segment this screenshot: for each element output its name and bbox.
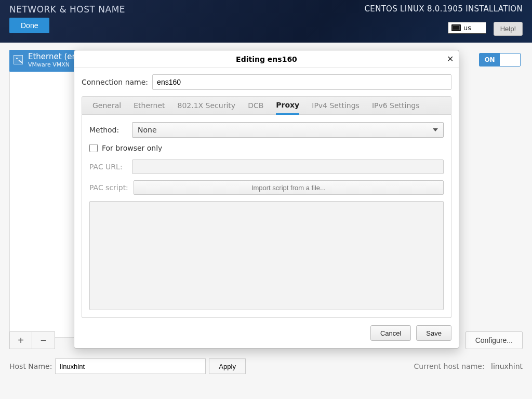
cancel-button[interactable]: Cancel xyxy=(370,325,411,341)
save-button[interactable]: Save xyxy=(416,325,451,341)
proxy-tab-panel: Method: None For browser only PAC URL: P… xyxy=(82,115,451,318)
tab-ethernet[interactable]: Ethernet xyxy=(134,97,165,114)
remove-device-button[interactable]: − xyxy=(32,331,55,349)
dialog-close-button[interactable]: ✕ xyxy=(447,54,454,64)
dialog-body: Connection name: General Ethernet 802.1X… xyxy=(74,68,459,348)
device-on-toggle[interactable]: ON xyxy=(479,53,521,66)
ethernet-icon xyxy=(14,55,23,64)
tab-ipv4[interactable]: IPv4 Settings xyxy=(312,97,360,114)
tab-general[interactable]: General xyxy=(92,97,121,114)
current-hostname-label: Current host name: xyxy=(414,362,484,370)
tab-dcb[interactable]: DCB xyxy=(248,97,263,114)
keyboard-icon xyxy=(451,24,461,31)
edit-connection-dialog: Editing ens160 ✕ Connection name: Genera… xyxy=(74,50,459,349)
configure-button[interactable]: Configure... xyxy=(466,331,523,349)
pac-url-row: PAC URL: xyxy=(89,159,444,174)
dialog-actions: Cancel Save xyxy=(82,325,451,341)
pac-url-label: PAC URL: xyxy=(89,163,127,171)
current-hostname-value: linuxhint xyxy=(491,362,523,370)
keyboard-indicator[interactable]: us xyxy=(448,22,486,34)
add-device-button[interactable]: + xyxy=(9,331,32,349)
connection-name-input[interactable] xyxy=(152,74,451,90)
current-hostname: Current host name: linuxhint xyxy=(414,362,523,370)
tab-ipv6[interactable]: IPv6 Settings xyxy=(372,97,420,114)
pac-script-label: PAC script: xyxy=(89,183,128,192)
tab-proxy[interactable]: Proxy xyxy=(276,97,299,115)
chevron-down-icon xyxy=(433,128,438,131)
pac-url-input xyxy=(132,159,444,174)
hostname-input[interactable] xyxy=(55,358,206,374)
hostname-row: Host Name: Apply Current host name: linu… xyxy=(9,358,523,374)
done-button[interactable]: Done xyxy=(9,18,49,33)
method-value: None xyxy=(138,126,157,134)
toggle-on-label: ON xyxy=(480,54,500,66)
add-remove-bar: + − xyxy=(9,331,55,349)
help-button[interactable]: Help! xyxy=(494,22,523,36)
browser-only-checkbox[interactable] xyxy=(89,144,98,152)
content-area: Ethernet (ens160) VMware VMXN ON + − Con… xyxy=(0,43,532,399)
connection-name-row: Connection name: xyxy=(82,74,451,90)
browser-only-label: For browser only xyxy=(102,144,162,152)
connection-name-label: Connection name: xyxy=(82,78,148,86)
toggle-off-half xyxy=(500,54,520,66)
pac-script-textarea xyxy=(89,201,444,310)
tab-8021x[interactable]: 802.1X Security xyxy=(178,97,236,114)
installer-product: CENTOS LINUX 8.0.1905 INSTALLATION xyxy=(365,4,523,14)
dialog-title: Editing ens160 xyxy=(236,55,297,63)
import-script-button: Import script from a file... xyxy=(134,180,444,195)
apply-hostname-button[interactable]: Apply xyxy=(209,358,246,374)
dialog-titlebar: Editing ens160 ✕ xyxy=(74,50,459,68)
method-select[interactable]: None xyxy=(132,122,444,138)
browser-only-row: For browser only xyxy=(89,144,444,152)
method-label: Method: xyxy=(89,126,127,134)
pac-script-row: PAC script: Import script from a file... xyxy=(89,180,444,195)
installer-topbar: NETWORK & HOST NAME CENTOS LINUX 8.0.190… xyxy=(0,0,532,43)
keyboard-layout-label: us xyxy=(463,24,471,32)
method-row: Method: None xyxy=(89,122,444,138)
hostname-label: Host Name: xyxy=(9,362,52,370)
dialog-tabs: General Ethernet 802.1X Security DCB Pro… xyxy=(82,96,451,115)
